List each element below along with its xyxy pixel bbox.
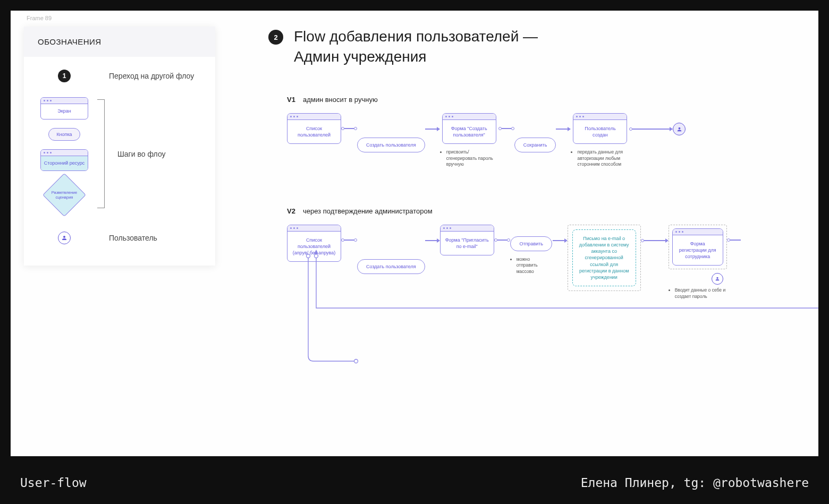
connector-icon (556, 127, 571, 131)
main-title: Flow добавления пользователей — Админ уч… (294, 27, 538, 67)
screen-users-list: Список пользователей (287, 113, 341, 144)
action-create-user: Создать пользователя (357, 138, 425, 152)
flow-v1: V1 админ вносит в ручную Список пользова… (287, 96, 686, 169)
connector-icon (425, 127, 440, 131)
legend-external-label: Сторонний ресурс (41, 156, 88, 171)
legend-branch-shape: Разветвление сценария (49, 180, 80, 210)
connector-icon (494, 238, 510, 242)
action-send: Отправить (510, 236, 552, 251)
user-icon (712, 273, 723, 285)
action-create-user: Создать пользователя (357, 259, 425, 274)
legend-label: Переход на другой флоу (109, 72, 194, 80)
svg-point-3 (354, 360, 358, 363)
main-title-row: 2 Flow добавления пользователей — Админ … (268, 27, 818, 67)
number-badge-icon: 1 (58, 70, 71, 82)
main-flow: 2 Flow добавления пользователей — Админ … (268, 27, 818, 456)
connector-icon (498, 127, 514, 130)
v2-row: Список пользователей (апрув/ без апрува)… (287, 225, 741, 301)
screen-create-user-form: Форма "Создать пользователя" (442, 113, 496, 144)
connector-icon (727, 238, 741, 242)
legend-row-flow-switch: 1 Переход на другой флоу (38, 70, 201, 82)
v2-subhead: V2 через подтверждение администратором (287, 207, 741, 215)
legend-button-shape: Кнопка (48, 128, 80, 141)
connector-icon (425, 238, 440, 243)
screen-employee-register: Форма регистрации для сотрудника (672, 228, 723, 266)
user-icon (673, 123, 686, 135)
legend-external-shape: Сторонний ресурс (40, 149, 88, 172)
action-save: Сохранить (514, 138, 556, 152)
footer-left: User-flow (20, 476, 87, 490)
note: передать данные для авторизации любым ст… (571, 149, 629, 169)
footer-bar: User-flow Елена Плинер, tg: @robotwasher… (0, 462, 829, 504)
bracket-icon (97, 99, 105, 208)
legend-body: 1 Переход на другой флоу Экран Кнопка Ст… (24, 57, 215, 266)
legend-screen-shape: Экран (40, 97, 88, 119)
footer-right: Елена Плинер, tg: @robotwashere (581, 476, 809, 490)
screen-user-created: Пользователь создан (573, 113, 627, 144)
screen-invite-email-form: Форма "Пригласить по e-mail" (440, 225, 494, 255)
v1-row: Список пользователей Создать пользовател… (287, 113, 686, 169)
section-number-icon: 2 (268, 30, 283, 45)
screen-users-list-approve: Список пользователей (апрув/ без апрува) (287, 225, 341, 262)
legend-heading: ОБОЗНАЧЕНИЯ (24, 27, 215, 57)
figma-canvas: Frame 89 ОБОЗНАЧЕНИЯ 1 Переход на другой… (11, 11, 818, 456)
legend-label: Пользователь (109, 234, 157, 242)
flow-v2: V2 через подтверждение администратором С… (287, 207, 741, 301)
frame-label: Frame 89 (27, 15, 52, 21)
legend-screen-label: Экран (41, 104, 88, 119)
connector-icon (553, 238, 568, 243)
legend-row-user: Пользователь (38, 232, 201, 244)
note: Вводит данные о себе и создает пароль (669, 287, 727, 301)
connector-icon (341, 238, 357, 242)
external-email-invite: Письмо на e-mail о добавлении в систему … (572, 229, 636, 286)
connector-icon (641, 238, 669, 243)
connector-icon (341, 127, 357, 130)
note: присвоить/ сгенерировать пароль вручную (440, 149, 498, 169)
connector-icon (629, 127, 673, 131)
external-group: Форма регистрации для сотрудника (669, 225, 727, 269)
external-group: Письмо на e-mail о добавлении в систему … (568, 225, 641, 291)
v1-subhead: V1 админ вносит в ручную (287, 96, 686, 104)
note: можно отправить массово (510, 257, 553, 276)
legend-panel: ОБОЗНАЧЕНИЯ 1 Переход на другой флоу Экр… (24, 27, 215, 266)
legend-row-steps: Экран Кнопка Сторонний ресурс Разветвлен… (38, 97, 201, 210)
user-icon (58, 232, 71, 244)
legend-label: Шаги во флоу (117, 150, 166, 158)
